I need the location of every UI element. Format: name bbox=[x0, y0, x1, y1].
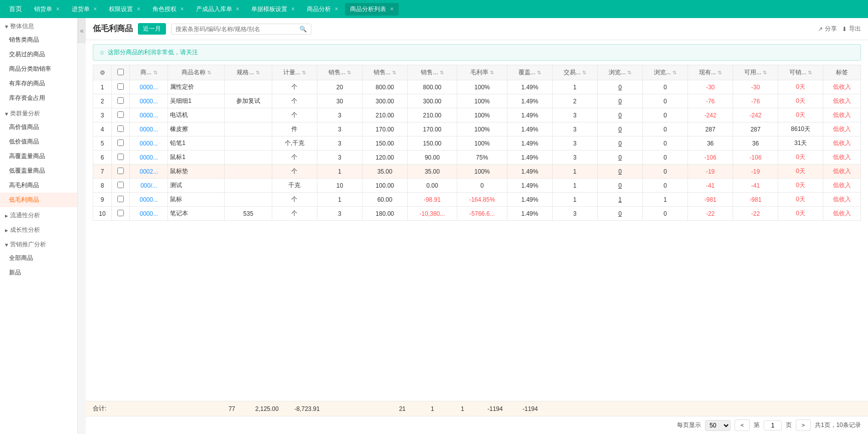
row-checkbox[interactable] bbox=[117, 83, 124, 90]
cell-sale-count: 1 bbox=[317, 165, 362, 179]
nav-sales[interactable]: 销货单 × bbox=[29, 3, 65, 16]
cell-available: -981 bbox=[733, 193, 778, 207]
share-icon: ↗ bbox=[818, 26, 823, 33]
sidebar-group-growth[interactable]: ▸ 成长性分析 bbox=[0, 222, 77, 236]
cell-available: 287 bbox=[733, 122, 778, 136]
cell-views2: 0 bbox=[643, 122, 688, 136]
col-settings[interactable]: ⚙ bbox=[93, 65, 112, 80]
page-size-select[interactable]: 50 100 200 bbox=[705, 420, 731, 431]
sidebar-item-traded-goods[interactable]: 交易过的商品 bbox=[0, 47, 77, 62]
nav-role-auth[interactable]: 角色授权 × bbox=[147, 3, 189, 16]
cell-checkbox[interactable] bbox=[112, 151, 130, 165]
cell-name: 吴细细1 bbox=[168, 94, 225, 108]
cell-checkbox[interactable] bbox=[112, 136, 130, 151]
sidebar-group-overall[interactable]: ▾ 整体信息 bbox=[0, 18, 77, 33]
sidebar-collapse-button[interactable]: « bbox=[78, 18, 86, 43]
export-button[interactable]: ⬇ 导出 bbox=[842, 25, 861, 33]
sidebar-item-high-value[interactable]: 高价值商品 bbox=[0, 120, 77, 134]
cell-code: 0002... bbox=[130, 165, 168, 179]
row-checkbox[interactable] bbox=[117, 125, 124, 132]
footer-available: -1194 bbox=[512, 405, 548, 412]
cell-code: 0000... bbox=[130, 151, 168, 165]
footer-views1: 1 bbox=[417, 405, 447, 412]
col-views2[interactable]: 浏览... ⇅ bbox=[643, 65, 688, 80]
filter-period-button[interactable]: 近一月 bbox=[138, 23, 166, 35]
sidebar-group-circulation[interactable]: ▸ 流通性分析 bbox=[0, 207, 77, 222]
nav-product-inbound[interactable]: 产成品入库单 × bbox=[191, 3, 245, 16]
col-tag[interactable]: 标签 bbox=[823, 65, 861, 80]
row-checkbox[interactable] bbox=[117, 139, 124, 146]
col-trade[interactable]: 交易... ⇅ bbox=[552, 65, 597, 80]
col-views1[interactable]: 浏览... ⇅ bbox=[597, 65, 642, 80]
sidebar-item-high-coverage[interactable]: 高覆盖量商品 bbox=[0, 149, 77, 164]
col-available[interactable]: 可用... ⇅ bbox=[733, 65, 778, 80]
cell-checkbox[interactable] bbox=[112, 179, 130, 193]
prev-page-button[interactable]: ＜ bbox=[735, 419, 750, 431]
row-checkbox[interactable] bbox=[117, 154, 124, 160]
cell-name: 笔记本 bbox=[168, 207, 225, 221]
sidebar-item-new-goods[interactable]: 新品 bbox=[0, 265, 77, 280]
col-current-stock[interactable]: 现有... ⇅ bbox=[688, 65, 733, 80]
row-checkbox[interactable] bbox=[117, 210, 124, 216]
row-checkbox[interactable] bbox=[117, 196, 124, 202]
nav-product-analysis-list[interactable]: 商品分析列表 × bbox=[345, 3, 399, 16]
col-coverage[interactable]: 覆盖... ⇅ bbox=[507, 65, 552, 80]
export-icon: ⬇ bbox=[842, 26, 847, 33]
sidebar-item-stock-capital[interactable]: 库存资金占用 bbox=[0, 91, 77, 105]
row-checkbox[interactable] bbox=[117, 182, 124, 188]
sidebar-item-low-coverage[interactable]: 低覆盖量商品 bbox=[0, 164, 77, 178]
col-sale-count[interactable]: 销售... ⇅ bbox=[317, 65, 362, 80]
nav-template-settings[interactable]: 单据模板设置 × bbox=[246, 3, 300, 16]
sidebar-item-stock-goods[interactable]: 有库存的商品 bbox=[0, 76, 77, 91]
cell-available: -30 bbox=[733, 80, 778, 94]
col-sale-profit[interactable]: 销售... ⇅ bbox=[407, 65, 457, 80]
row-checkbox[interactable] bbox=[117, 97, 124, 104]
cell-current-stock: -242 bbox=[688, 108, 733, 122]
page-number-input[interactable] bbox=[764, 420, 782, 430]
sidebar-item-all-goods[interactable]: 全部商品 bbox=[0, 251, 77, 265]
cell-code: 0000... bbox=[130, 80, 168, 94]
nav-home[interactable]: 首页 bbox=[4, 3, 27, 16]
nav-product-analysis[interactable]: 商品分析 × bbox=[302, 3, 343, 16]
row-checkbox[interactable] bbox=[117, 111, 124, 118]
col-checkbox[interactable] bbox=[112, 65, 130, 80]
select-all-checkbox[interactable] bbox=[117, 69, 124, 75]
nav-purchase[interactable]: 进货单 × bbox=[67, 3, 102, 16]
cell-checkbox[interactable] bbox=[112, 108, 130, 122]
sidebar-group-marketing[interactable]: ▾ 营销推广分析 bbox=[0, 236, 77, 251]
col-gross-rate[interactable]: 毛利率 ⇅ bbox=[457, 65, 507, 80]
cell-checkbox[interactable] bbox=[112, 207, 130, 221]
col-unit[interactable]: 计量... ⇅ bbox=[272, 65, 317, 80]
cell-trade: 3 bbox=[552, 151, 597, 165]
col-spec[interactable]: 规格... ⇅ bbox=[225, 65, 272, 80]
cell-checkbox[interactable] bbox=[112, 165, 130, 179]
col-name[interactable]: 商品名称 ⇅ bbox=[168, 65, 225, 80]
sidebar-item-low-margin[interactable]: 低毛利商品 bbox=[0, 193, 77, 207]
sidebar-item-high-margin[interactable]: 高毛利商品 bbox=[0, 178, 77, 193]
cell-checkbox[interactable] bbox=[112, 122, 130, 136]
col-saleable[interactable]: 可销... ⇅ bbox=[778, 65, 823, 80]
cell-gross-rate: 100% bbox=[457, 136, 507, 151]
col-code[interactable]: 商... ⇅ bbox=[130, 65, 168, 80]
row-checkbox[interactable] bbox=[117, 168, 124, 174]
col-sale-amount[interactable]: 销售... ⇅ bbox=[362, 65, 407, 80]
cell-views2: 1 bbox=[643, 193, 688, 207]
cell-checkbox[interactable] bbox=[112, 94, 130, 108]
sidebar-group-cluster[interactable]: ▾ 类群量分析 bbox=[0, 105, 77, 120]
search-icon[interactable]: 🔍 bbox=[299, 26, 307, 33]
next-page-button[interactable]: ＞ bbox=[796, 419, 811, 431]
footer-sale-amount: 2,125.00 bbox=[247, 405, 287, 412]
arrow-icon: ▾ bbox=[5, 23, 8, 30]
cell-sale-amount: 300.00 bbox=[362, 94, 407, 108]
search-input[interactable] bbox=[176, 26, 299, 33]
sidebar-item-category-rate[interactable]: 商品分类助销率 bbox=[0, 62, 77, 76]
sidebar-item-low-value[interactable]: 低价值商品 bbox=[0, 134, 77, 149]
nav-permissions[interactable]: 权限设置 × bbox=[104, 3, 145, 16]
share-button[interactable]: ↗ 分享 bbox=[818, 25, 837, 33]
sidebar-item-sales-goods[interactable]: 销售类商品 bbox=[0, 33, 77, 47]
cell-checkbox[interactable] bbox=[112, 80, 130, 94]
cell-spec bbox=[225, 151, 272, 165]
cell-current-stock: -981 bbox=[688, 193, 733, 207]
cell-checkbox[interactable] bbox=[112, 193, 130, 207]
cell-gross-rate: 100% bbox=[457, 122, 507, 136]
